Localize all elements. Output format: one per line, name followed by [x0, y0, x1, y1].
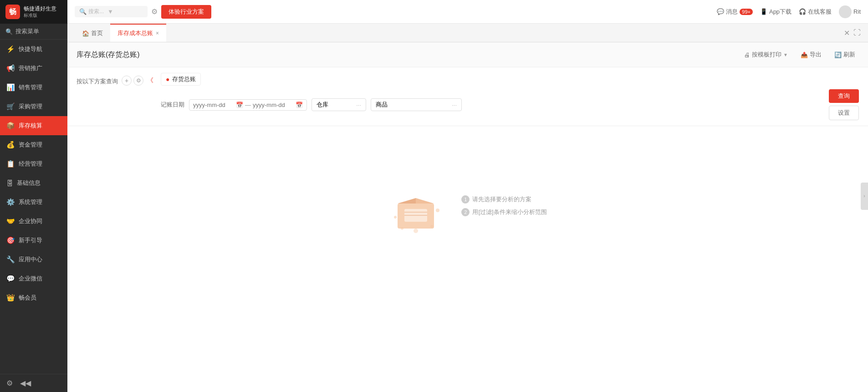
add-filter-btn[interactable]: +	[122, 76, 132, 86]
query-settings-btns: 查询 设置	[829, 89, 859, 120]
avatar	[839, 5, 852, 18]
svg-point-4	[394, 216, 397, 219]
export-label: 导出	[810, 51, 822, 59]
sidebar-item-label: 营销推广	[19, 64, 42, 72]
tip-num-1: 1	[461, 195, 470, 204]
date-end-input[interactable]	[253, 102, 294, 108]
member-icon: 👑	[6, 294, 15, 302]
sidebar-item-basic[interactable]: 🗄 基础信息	[0, 173, 67, 193]
phone-icon: 📱	[760, 8, 767, 15]
refresh-btn[interactable]: 🔄 刷新	[831, 49, 859, 61]
refresh-label: 刷新	[843, 51, 855, 59]
filter-add-btns: + ⚙ 《	[122, 75, 155, 86]
logo-icon: 畅	[5, 5, 20, 19]
close-window-btn[interactable]: ✕	[844, 29, 850, 37]
sidebar: 畅 畅捷通好生意 标准版 🔍 搜索菜单 ⚡ 快捷导航 📢 营销推广 📊 销售管理…	[0, 0, 67, 392]
newbie-icon: 🎯	[6, 236, 15, 244]
sidebar-item-operations[interactable]: 📋 经营管理	[0, 154, 67, 173]
settings-bottom-icon[interactable]: ⚙	[6, 379, 13, 387]
sidebar-item-inventory[interactable]: 📦 库存核算	[0, 116, 67, 135]
tip-text-1: 请先选择要分析的方案	[472, 195, 531, 204]
tab-inventory-ledger[interactable]: 库存成本总账 ×	[110, 24, 166, 42]
message-label: 消息	[726, 8, 738, 16]
warehouse-more-icon[interactable]: ···	[356, 102, 361, 108]
message-btn[interactable]: 💬 消息 99+	[717, 8, 753, 16]
product-more-icon[interactable]: ···	[452, 102, 457, 108]
wechat-icon: 💬	[6, 275, 15, 283]
settings-btn[interactable]: 设置	[829, 106, 859, 120]
date-range-filter[interactable]: 📅 — 📅	[189, 99, 307, 111]
empty-content: 1 请先选择要分析的方案 2 用[过滤]条件来缩小分析范围	[388, 181, 546, 235]
sidebar-item-label: 企业微信	[19, 275, 42, 283]
main-area: 🔍 搜索... ▼ ⚙ 体验行业方案 💬 消息 99+ 📱 App下载 🎧 在线…	[67, 0, 868, 392]
app-download-btn[interactable]: 📱 App下载	[760, 8, 791, 16]
online-service-label: 在线客服	[808, 8, 832, 16]
tip-num-2: 2	[461, 208, 470, 216]
sidebar-item-label: 新手引导	[19, 236, 42, 244]
scheme-item[interactable]: ● 存货总账	[161, 73, 201, 86]
sidebar-item-enterprise[interactable]: 🤝 企业协同	[0, 212, 67, 231]
app-logo: 畅 畅捷通好生意 标准版	[0, 0, 67, 24]
tab-active-label: 库存成本总账	[117, 29, 153, 37]
filter-area: 按以下方案查询 + ⚙ 《 ● 存货总账 记账日期	[67, 67, 868, 126]
filter-settings-btn[interactable]: ⚙	[133, 76, 143, 86]
sidebar-item-label: 销售管理	[19, 83, 42, 92]
calendar-end-icon[interactable]: 📅	[296, 102, 303, 108]
sidebar-item-finance[interactable]: 💰 资金管理	[0, 135, 67, 154]
scheme-name: 存货总账	[172, 75, 196, 83]
chevron-right-icon: ›	[863, 193, 865, 199]
collapse-icon[interactable]: ◀◀	[20, 379, 31, 387]
date-start-input[interactable]	[193, 102, 234, 108]
sidebar-item-label: 畅会员	[19, 294, 36, 302]
home-icon: 🏠	[82, 30, 89, 37]
topbar-right: 💬 消息 99+ 📱 App下载 🎧 在线客服 Rit	[717, 5, 861, 18]
page-header: 库存总账(存货总账) 🖨 按模板打印 ▼ 📤 导出 🔄 刷新	[67, 42, 868, 67]
search-menu[interactable]: 🔍 搜索菜单	[0, 24, 67, 40]
shortcuts-icon: ⚡	[6, 45, 15, 53]
settings-icon[interactable]: ⚙	[151, 7, 158, 16]
refresh-icon: 🔄	[834, 51, 842, 58]
empty-tips: 1 请先选择要分析的方案 2 用[过滤]条件来缩小分析范围	[461, 195, 546, 221]
print-btn[interactable]: 🖨 按模板打印 ▼	[740, 49, 791, 61]
print-dropdown-icon[interactable]: ▼	[783, 52, 788, 57]
right-panel-toggle[interactable]: ›	[861, 183, 868, 210]
sidebar-item-newbie[interactable]: 🎯 新手引导	[0, 231, 67, 250]
filter-row: 记账日期 📅 — 📅 仓库 ··· 商品 ···	[161, 89, 859, 120]
sidebar-item-purchase[interactable]: 🛒 采购管理	[0, 97, 67, 116]
sidebar-item-appstore[interactable]: 🔧 应用中心	[0, 250, 67, 269]
empty-state: 1 请先选择要分析的方案 2 用[过滤]条件来缩小分析范围	[67, 126, 868, 290]
expand-btn[interactable]: ⛶	[853, 29, 861, 37]
operations-icon: 📋	[6, 160, 15, 168]
tab-home[interactable]: 🏠 首页	[75, 24, 110, 42]
sidebar-item-wechat[interactable]: 💬 企业微信	[0, 269, 67, 288]
tab-close-btn[interactable]: ×	[156, 30, 159, 36]
sidebar-item-label: 快捷导航	[19, 45, 42, 53]
topbar-search[interactable]: 🔍 搜索... ▼	[75, 6, 148, 17]
online-service-btn[interactable]: 🎧 在线客服	[799, 8, 832, 16]
sidebar-item-marketing[interactable]: 📢 营销推广	[0, 59, 67, 78]
export-btn[interactable]: 📤 导出	[797, 49, 825, 61]
headset-icon: 🎧	[799, 8, 806, 15]
warehouse-filter[interactable]: 仓库 ···	[311, 98, 366, 111]
industry-btn[interactable]: 体验行业方案	[161, 5, 211, 19]
empty-box-svg	[388, 181, 443, 235]
date-separator: —	[245, 102, 251, 108]
sidebar-item-member[interactable]: 👑 畅会员	[0, 288, 67, 307]
sidebar-item-label: 企业协同	[19, 217, 42, 225]
sales-icon: 📊	[6, 83, 15, 92]
collapse-filter-btn[interactable]: 《	[145, 76, 155, 86]
calendar-start-icon[interactable]: 📅	[236, 102, 243, 108]
sidebar-nav: ⚡ 快捷导航 📢 营销推广 📊 销售管理 🛒 采购管理 📦 库存核算 💰 资金管…	[0, 40, 67, 374]
date-label: 记账日期	[161, 101, 184, 109]
message-badge: 99+	[740, 9, 753, 15]
sidebar-item-system[interactable]: ⚙️ 系统管理	[0, 193, 67, 212]
sidebar-item-shortcuts[interactable]: ⚡ 快捷导航	[0, 40, 67, 59]
tip-text-2: 用[过滤]条件来缩小分析范围	[472, 208, 546, 216]
topbar-search-icon: 🔍	[79, 8, 87, 15]
page-actions: 🖨 按模板打印 ▼ 📤 导出 🔄 刷新	[740, 49, 859, 61]
query-btn[interactable]: 查询	[829, 89, 859, 103]
user-avatar-btn[interactable]: Rit	[839, 5, 861, 18]
sidebar-item-sales[interactable]: 📊 销售管理	[0, 78, 67, 97]
product-filter[interactable]: 商品 ···	[371, 98, 462, 111]
message-icon: 💬	[717, 8, 724, 15]
